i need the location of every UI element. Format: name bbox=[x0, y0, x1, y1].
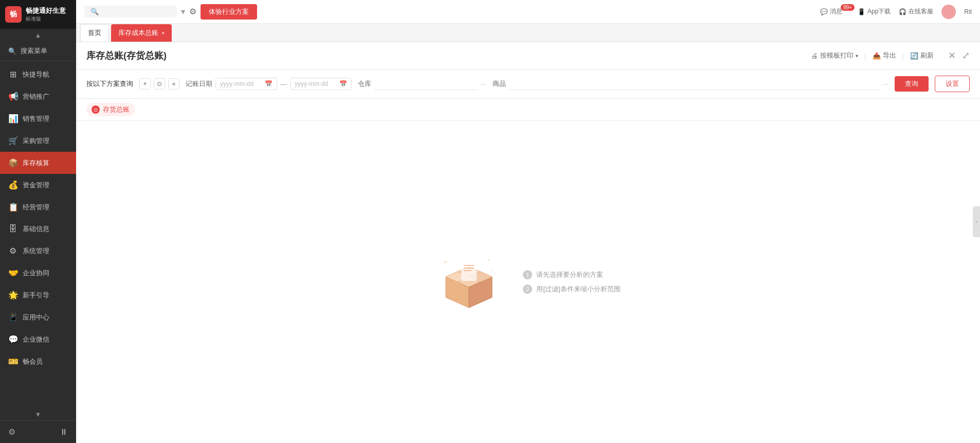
app-download-btn[interactable]: 📱 App下载 bbox=[858, 7, 891, 16]
date-field: 记账日期 yyyy-mm-dd 📅 — yyyy-mm-dd 📅 bbox=[186, 78, 352, 90]
sidebar-item-yingyong[interactable]: 📱 应用中心 bbox=[0, 306, 76, 328]
sidebar-label: 新手引导 bbox=[23, 291, 49, 300]
tab-home[interactable]: 首页 bbox=[80, 24, 109, 42]
warehouse-label: 仓库 bbox=[358, 79, 371, 88]
purchase-icon: 🛒 bbox=[8, 136, 17, 146]
sidebar-search-btn[interactable]: 🔍 搜索菜单 bbox=[0, 41, 76, 61]
topbar-chevron-icon[interactable]: ▾ bbox=[181, 7, 185, 16]
refresh-label: 刷新 bbox=[920, 51, 934, 60]
tab-kucun-chengben[interactable]: 库存成本总账 × bbox=[111, 24, 172, 42]
sidebar-item-jichu[interactable]: 🗄 基础信息 bbox=[0, 218, 76, 240]
sidebar-label: 应用中心 bbox=[23, 313, 49, 322]
export-btn[interactable]: 📤 导出 bbox=[873, 51, 896, 60]
topbar: 🔍 ▾ ⚙ 体验行业方案 💬 消息 99+ 📱 App下载 🎧 在线客服 Rit bbox=[76, 0, 980, 24]
date-end-placeholder: yyyy-mm-dd bbox=[295, 80, 328, 87]
sidebar-label: 资金管理 bbox=[23, 181, 49, 190]
warehouse-more-icon[interactable]: ··· bbox=[480, 80, 486, 88]
scheme-bar: ⊙ 存货总账 bbox=[76, 99, 980, 121]
panel-close-icon[interactable]: ✕ bbox=[948, 50, 956, 61]
home-tab-label: 首页 bbox=[88, 28, 101, 38]
tab-close-icon[interactable]: × bbox=[161, 30, 165, 36]
online-service-label: 在线客服 bbox=[909, 7, 933, 16]
print-btn[interactable]: 🖨 按模板打印 ▾ bbox=[811, 51, 858, 60]
sidebar-item-caigou[interactable]: 🛒 采购管理 bbox=[0, 130, 76, 152]
sidebar-item-kuaijie[interactable]: ⊞ 快捷导航 bbox=[0, 63, 76, 85]
product-more-icon[interactable]: ··· bbox=[882, 80, 888, 88]
query-btn[interactable]: 查询 bbox=[895, 76, 929, 92]
warehouse-field: 仓库 ··· bbox=[358, 78, 486, 90]
sidebar-item-xiaoshou[interactable]: 📊 销售管理 bbox=[0, 108, 76, 130]
empty-text: 1 请先选择要分析的方案 2 用[过滤]条件来缩小分析范围 bbox=[523, 270, 620, 294]
sidebar-label: 基础信息 bbox=[23, 224, 49, 234]
refresh-btn[interactable]: 🔄 刷新 bbox=[910, 51, 934, 60]
settings-btn[interactable]: 设置 bbox=[935, 76, 970, 92]
filter-bar: 按以下方案查询 + ⊙ « 记账日期 yyyy-mm-dd 📅 — yyyy-m… bbox=[76, 69, 980, 99]
product-field: 商品 ··· bbox=[493, 78, 888, 90]
page-header: 库存总账(存货总账) 🖨 按模板打印 ▾ | 📤 导出 | 🔄 刷新 bbox=[76, 42, 980, 69]
print-icon: 🖨 bbox=[811, 52, 818, 60]
panel-expand-icon[interactable]: ⤢ bbox=[962, 50, 970, 61]
sidebar-label: 库存核算 bbox=[23, 158, 49, 168]
empty-hint-2: 2 用[过滤]条件来缩小分析范围 bbox=[523, 285, 620, 294]
tabbar: 首页 库存成本总账 × bbox=[76, 24, 980, 42]
messages-badge: 99+ bbox=[841, 4, 855, 11]
filter-add-btn[interactable]: + bbox=[139, 78, 151, 90]
sidebar-item-jingying[interactable]: 📋 经营管理 bbox=[0, 196, 76, 218]
print-chevron: ▾ bbox=[856, 53, 858, 59]
user-name[interactable]: Rit bbox=[964, 8, 972, 15]
product-input[interactable] bbox=[509, 78, 880, 90]
messages-btn[interactable]: 💬 消息 99+ bbox=[820, 7, 849, 16]
trial-btn[interactable]: 体验行业方案 bbox=[201, 4, 257, 20]
export-icon: 📤 bbox=[873, 52, 881, 60]
warehouse-input[interactable] bbox=[374, 78, 477, 90]
marketing-icon: 📢 bbox=[8, 92, 17, 101]
topbar-search[interactable]: 🔍 bbox=[84, 6, 177, 17]
step1-num: 1 bbox=[523, 270, 532, 279]
separator2: | bbox=[902, 52, 904, 60]
topbar-settings-icon[interactable]: ⚙ bbox=[189, 7, 196, 16]
sidebar-item-yingxiao[interactable]: 📢 营销推广 bbox=[0, 85, 76, 108]
sidebar-item-qiye[interactable]: 🤝 企业协同 bbox=[0, 262, 76, 284]
footer-menu-icon[interactable]: ⏸ bbox=[60, 428, 68, 437]
sidebar-label: 企业微信 bbox=[23, 335, 49, 344]
right-panel-toggle[interactable]: › bbox=[973, 206, 980, 237]
sidebar-item-xinshou[interactable]: 🌟 新手引导 bbox=[0, 284, 76, 306]
main-area: 🔍 ▾ ⚙ 体验行业方案 💬 消息 99+ 📱 App下载 🎧 在线客服 Rit bbox=[76, 0, 980, 443]
sidebar-item-huiyuan[interactable]: 🎫 畅会员 bbox=[0, 350, 76, 373]
scheme-dot-icon: ⊙ bbox=[92, 105, 100, 114]
date-label: 记账日期 bbox=[186, 79, 212, 88]
sidebar-logo: 畅 畅捷通好生意 标准版 bbox=[0, 0, 76, 29]
active-tab-label: 库存成本总账 bbox=[118, 28, 158, 38]
sidebar-label: 畅会员 bbox=[23, 357, 43, 366]
filter-collapse-btn[interactable]: « bbox=[168, 78, 179, 90]
date-end-input[interactable]: yyyy-mm-dd 📅 bbox=[290, 78, 352, 90]
filter-manage-btn[interactable]: ⊙ bbox=[154, 78, 165, 90]
date-start-input[interactable]: yyyy-mm-dd 📅 bbox=[215, 78, 277, 90]
scheme-label: 存货总账 bbox=[103, 105, 130, 114]
sidebar-scroll-down[interactable]: ▼ bbox=[0, 408, 76, 420]
hint1-text: 请先选择要分析的方案 bbox=[536, 270, 603, 279]
sidebar-item-xitong[interactable]: ⚙ 系统管理 bbox=[0, 240, 76, 262]
filter-actions: + ⊙ « bbox=[139, 78, 179, 90]
sidebar-item-zijin[interactable]: 💰 资金管理 bbox=[0, 174, 76, 196]
calendar2-icon: 📅 bbox=[339, 80, 347, 87]
sidebar-label: 营销推广 bbox=[23, 92, 49, 101]
topbar-right: 💬 消息 99+ 📱 App下载 🎧 在线客服 Rit bbox=[820, 5, 972, 19]
guide-icon: 🌟 bbox=[8, 290, 17, 300]
sidebar-scroll-up[interactable]: ▲ bbox=[0, 29, 76, 41]
online-service-btn[interactable]: 🎧 在线客服 bbox=[899, 7, 933, 16]
sidebar-item-kucun[interactable]: 📦 库存核算 bbox=[0, 152, 76, 174]
app-center-icon: 📱 bbox=[8, 312, 17, 322]
search-icon: 🔍 bbox=[8, 47, 16, 55]
svg-text:✦: ✦ bbox=[443, 259, 447, 265]
separator1: | bbox=[864, 52, 866, 60]
print-label: 按模板打印 bbox=[820, 51, 854, 60]
sidebar-item-weixin[interactable]: 💬 企业微信 bbox=[0, 328, 76, 350]
phone-icon: 📱 bbox=[858, 8, 865, 15]
step2-num: 2 bbox=[523, 285, 532, 294]
footer-settings-icon[interactable]: ⚙ bbox=[8, 427, 15, 437]
scheme-item[interactable]: ⊙ 存货总账 bbox=[86, 103, 135, 116]
user-avatar[interactable] bbox=[941, 5, 956, 19]
collab-icon: 🤝 bbox=[8, 268, 17, 278]
calendar-icon: 📅 bbox=[265, 80, 273, 87]
